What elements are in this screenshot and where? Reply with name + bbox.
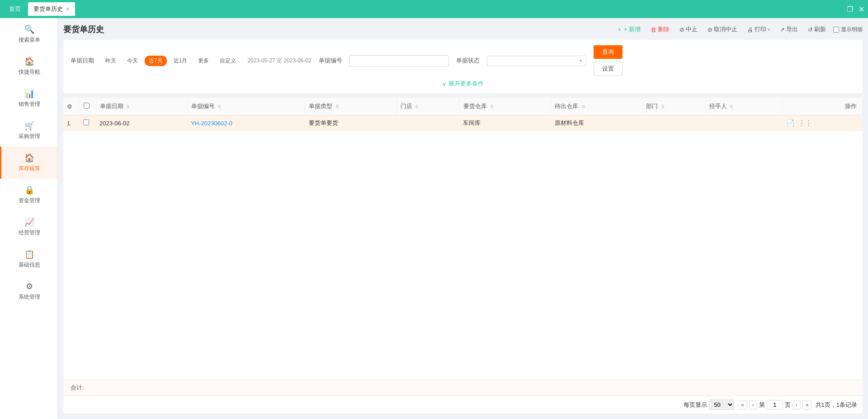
last-page-btn[interactable]: »: [802, 400, 812, 409]
sidebar-item-inventory[interactable]: 🏠 库存核算: [0, 147, 57, 179]
close-window-btn[interactable]: ✕: [859, 5, 864, 14]
filter-date-label: 单据日期: [71, 57, 94, 65]
col-order-type-sort-icon: ⇅: [335, 104, 339, 109]
col-store-sort-icon: ⇅: [415, 104, 419, 109]
date-btn-1month[interactable]: 近1月: [170, 56, 192, 66]
page-size-select[interactable]: 50 100 200: [709, 400, 734, 410]
col-pending-warehouse-label: 待出仓库: [555, 103, 578, 110]
row-select-checkbox[interactable]: [83, 119, 89, 125]
col-pending-warehouse[interactable]: 待出仓库 ⇅: [551, 98, 642, 115]
sidebar-label-finance: 资金管理: [19, 197, 40, 205]
date-btn-custom[interactable]: 自定义: [216, 56, 240, 66]
row-more-icon[interactable]: ⋮⋮: [798, 119, 812, 127]
first-page-btn[interactable]: «: [738, 400, 747, 409]
row-order-type: 要货单要货: [305, 115, 396, 131]
stop-btn[interactable]: ⊘ 中止: [677, 24, 700, 35]
sidebar-item-purchase[interactable]: 🛒 采购管理: [0, 114, 57, 147]
filter-date-range: 2023-05-27 至 2023-06-02: [247, 57, 311, 65]
col-req-warehouse-label: 要货仓库: [463, 103, 487, 110]
sidebar-item-system[interactable]: ⚙ 系统管理: [0, 275, 57, 307]
operations-icon: 📈: [24, 217, 34, 227]
sidebar-label-sales: 销售管理: [19, 100, 40, 108]
col-settings[interactable]: ⚙: [63, 98, 80, 115]
tab-close-icon[interactable]: ✕: [66, 6, 70, 12]
filter-status-label: 单据状态: [456, 57, 480, 65]
row-order-no[interactable]: YH-20230602-0: [187, 115, 305, 131]
next-page-btn[interactable]: ›: [793, 400, 801, 409]
sidebar-item-operations[interactable]: 📈 经营管理: [0, 211, 57, 243]
display-detail-checkbox-label[interactable]: 显示明细: [833, 26, 863, 33]
cancel-stop-btn[interactable]: ⊘ 取消中止: [705, 24, 740, 35]
total-info: 共1页，1条记录: [816, 401, 857, 409]
row-req-warehouse: 车间库: [459, 115, 551, 131]
select-all-checkbox[interactable]: [84, 103, 90, 109]
sidebar-label-purchase: 采购管理: [19, 133, 40, 140]
filter-order-no-input[interactable]: [349, 55, 449, 67]
expand-more-btn[interactable]: ∨ 展开更多条件: [71, 80, 855, 88]
display-detail-checkbox[interactable]: [833, 27, 839, 33]
tab-home[interactable]: 首页: [4, 2, 26, 16]
main-layout: 🔍 搜索菜单 🏠 快捷导航 📊 销售管理 🛒 采购管理 🏠 库存核算 🔒 资金管…: [0, 18, 868, 419]
row-checkbox[interactable]: [80, 115, 96, 131]
sidebar: 🔍 搜索菜单 🏠 快捷导航 📊 销售管理 🛒 采购管理 🏠 库存核算 🔒 资金管…: [0, 18, 58, 419]
table-wrapper[interactable]: ⚙ 单据日期 ⇅ 单据编号 ⇅: [63, 98, 863, 380]
refresh-btn[interactable]: ↺ 刷新: [805, 24, 829, 35]
system-icon: ⚙: [26, 281, 33, 291]
export-label: 导出: [786, 25, 798, 33]
col-department[interactable]: 部门 ⇅: [642, 98, 705, 115]
add-btn[interactable]: ＋ + 新增: [614, 24, 643, 35]
col-date[interactable]: 单据日期 ⇅: [96, 98, 187, 115]
date-btn-more[interactable]: 更多: [194, 56, 213, 66]
refresh-label: 刷新: [814, 25, 826, 33]
col-date-sort-icon: ⇅: [126, 104, 130, 109]
export-btn[interactable]: ↗ 导出: [777, 24, 801, 35]
filter-row: 单据日期 昨天 今天 近7天 近1月 更多 自定义 2023-05-27 至 2…: [71, 45, 855, 76]
col-handler[interactable]: 经手人 ⇅: [705, 98, 783, 115]
page-title: 要货单历史: [63, 24, 104, 35]
top-bar: 首页 要货单历史 ✕ ❐ ✕: [0, 0, 868, 18]
row-pending-warehouse: 原材料仓库: [551, 115, 642, 131]
query-button[interactable]: 查询: [594, 45, 623, 59]
settings-button[interactable]: 设置: [594, 62, 623, 76]
sidebar-label-quick-nav: 快捷导航: [19, 68, 40, 76]
footer-total-label: 合计:: [71, 384, 84, 391]
col-req-warehouse[interactable]: 要货仓库 ⇅: [459, 98, 551, 115]
sidebar-item-finance[interactable]: 🔒 资金管理: [0, 179, 57, 211]
page-size-group: 每页显示 50 100 200: [684, 400, 734, 410]
col-order-type[interactable]: 单据类型 ⇅: [305, 98, 396, 115]
sidebar-item-quick-nav[interactable]: 🏠 快捷导航: [0, 50, 57, 82]
filter-section: 单据日期 昨天 今天 近7天 近1月 更多 自定义 2023-05-27 至 2…: [63, 40, 863, 93]
col-department-sort-icon: ⇅: [661, 104, 665, 109]
page-nav: « ‹ 第 页 › »: [738, 400, 811, 409]
tab-order-history[interactable]: 要货单历史 ✕: [28, 2, 75, 16]
sidebar-item-sales[interactable]: 📊 销售管理: [0, 82, 57, 114]
page-header: 要货单历史 ＋ + 新增 🗑 删除 ⊘ 中止 ⊘ 取消中止: [63, 24, 863, 35]
delete-btn[interactable]: 🗑 删除: [648, 24, 672, 35]
date-btn-today[interactable]: 今天: [123, 56, 142, 66]
row-edit-icon[interactable]: 📄: [786, 119, 795, 127]
col-store[interactable]: 门店 ⇅: [396, 98, 459, 115]
delete-icon: 🗑: [651, 26, 656, 33]
sidebar-item-basic-info[interactable]: 📋 基础信息: [0, 243, 57, 275]
col-order-no[interactable]: 单据编号 ⇅: [187, 98, 305, 115]
export-icon: ↗: [780, 26, 785, 33]
filter-order-no-label: 单据编号: [319, 57, 342, 65]
sidebar-label-inventory: 库存核算: [19, 165, 40, 172]
restore-btn[interactable]: ❐: [847, 5, 853, 14]
print-btn[interactable]: 🖨 打印 ▾: [745, 24, 773, 35]
page-number-input[interactable]: [767, 400, 783, 409]
display-detail-label: 显示明细: [841, 26, 863, 33]
sidebar-item-search-menu[interactable]: 🔍 搜索菜单: [0, 18, 57, 50]
sidebar-label-search-menu: 搜索菜单: [19, 36, 40, 44]
table-row[interactable]: 1 2023-06-02 YH-20230602-0 要货单要货 车间库 原材料…: [63, 115, 863, 131]
filter-status-select[interactable]: ▾: [487, 56, 586, 66]
date-btn-yesterday[interactable]: 昨天: [101, 56, 120, 66]
print-chevron-icon: ▾: [768, 27, 770, 32]
finance-icon: 🔒: [24, 185, 34, 195]
cancel-stop-label: 取消中止: [714, 25, 737, 33]
prev-page-btn[interactable]: ‹: [749, 400, 757, 409]
date-btn-7days[interactable]: 近7天: [145, 56, 167, 66]
page-unit: 页: [785, 401, 791, 409]
page-label: 第: [759, 401, 765, 409]
col-checkbox[interactable]: [80, 98, 96, 115]
